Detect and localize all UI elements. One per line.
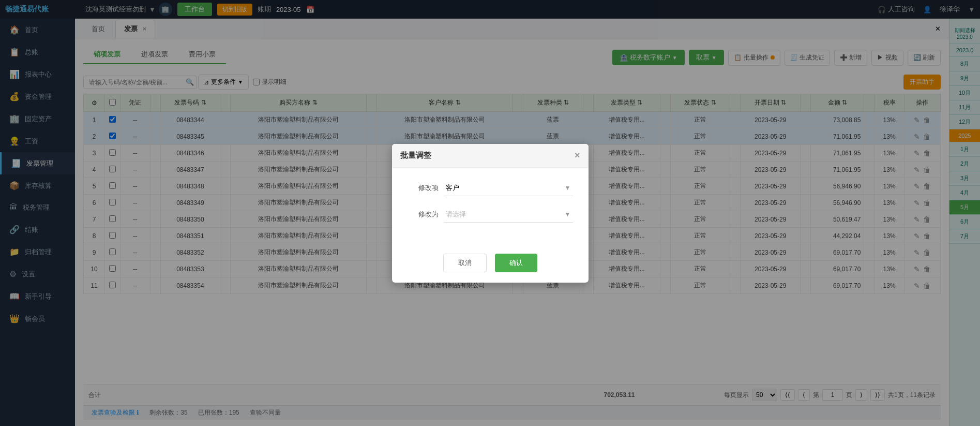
modal-body: 修改项 客户 ▼ 修改为 请选择 ▼ xyxy=(392,168,589,245)
modal-header: 批量调整 × xyxy=(392,144,589,168)
modal-footer: 取消 确认 xyxy=(392,245,589,283)
form-row-field: 修改项 客户 ▼ xyxy=(408,180,573,196)
modal-title: 批量调整 xyxy=(400,151,431,160)
form-row-value: 修改为 请选择 ▼ xyxy=(408,207,573,223)
value-placeholder: 请选择 xyxy=(446,210,466,219)
field-value: 客户 xyxy=(446,183,459,193)
batch-adjust-modal: 批量调整 × 修改项 客户 ▼ 修改为 请选择 ▼ 取消 确认 xyxy=(392,144,589,283)
cancel-button[interactable]: 取消 xyxy=(443,254,487,272)
value-label: 修改为 xyxy=(408,210,439,219)
value-dropdown-icon: ▼ xyxy=(565,211,571,218)
confirm-button[interactable]: 确认 xyxy=(495,254,537,272)
modal-close-btn[interactable]: × xyxy=(575,150,580,161)
value-select[interactable]: 请选择 ▼ xyxy=(444,207,573,223)
field-dropdown-icon: ▼ xyxy=(565,184,571,192)
field-label: 修改项 xyxy=(408,183,439,193)
field-select[interactable]: 客户 ▼ xyxy=(444,180,573,196)
modal-overlay: 批量调整 × 修改项 客户 ▼ 修改为 请选择 ▼ 取消 确认 xyxy=(0,0,980,426)
